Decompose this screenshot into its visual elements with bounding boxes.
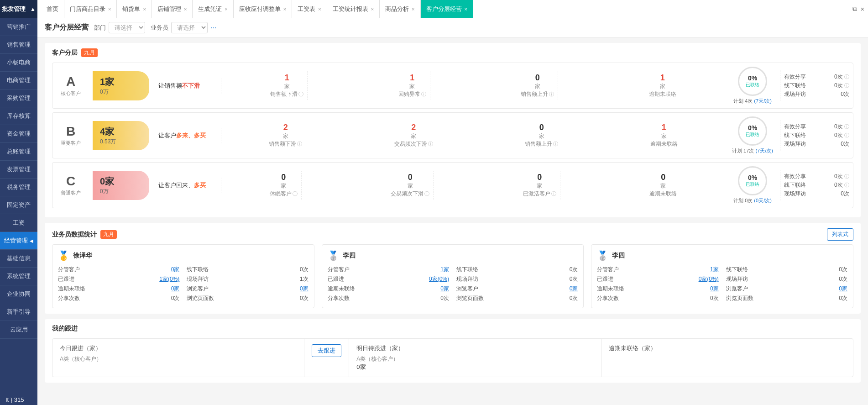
staff-stats-month: 九月: [100, 230, 117, 239]
customer-tier-month: 九月: [81, 48, 98, 57]
staff-stat-visit-1: 现场拜访 1次: [187, 275, 308, 283]
staff-label: 业务员: [151, 24, 168, 32]
sidebar-item-assets[interactable]: 固定资产: [0, 196, 37, 214]
today-followup-title: 今日跟进（家）: [60, 344, 297, 352]
sidebar-item-ecommerce-small[interactable]: 小畅电商: [0, 54, 37, 72]
staff-stat-pageview-1: 浏览页面数 0次: [187, 295, 308, 302]
staff-stat-overdue-1: 逾期未联络 0家: [58, 285, 179, 293]
tab-close-all-icon[interactable]: ×: [861, 5, 864, 13]
overdue-contact: 逾期未联络（家）: [601, 339, 853, 377]
sidebar-item-basic[interactable]: 基础信息: [0, 250, 37, 268]
stat-sales-up-b[interactable]: 0 家 销售额上升 ⓘ: [521, 121, 562, 150]
sidebar-item-sales[interactable]: 销售管理: [0, 36, 37, 54]
tab-sales-order[interactable]: 销货单 ×: [117, 0, 152, 18]
stat-frequency-decline-b[interactable]: 2 家 交易频次下滑 ⓘ: [391, 121, 437, 150]
staff-stats-3: 分管客户 1家 线下联络 0次 已跟进 0家(0%) 现场拜访: [597, 266, 847, 302]
sidebar-item-guide[interactable]: 新手引导: [0, 303, 37, 321]
medal-icon-1: 🥇: [58, 250, 69, 261]
dept-label: 部门: [94, 24, 106, 32]
tab-close-icon[interactable]: ×: [318, 6, 321, 12]
tab-product-analysis[interactable]: 商品分析 ×: [380, 0, 420, 18]
sidebar-header: 批发管理 ▲: [0, 0, 37, 18]
staff-stat-managed-3: 分管客户 1家: [597, 266, 718, 274]
tab-close-icon[interactable]: ×: [283, 6, 286, 12]
tab-close-icon[interactable]: ×: [412, 6, 414, 12]
tab-restore-icon[interactable]: ⧉: [852, 5, 857, 13]
stat-dormant-c[interactable]: 0 家 休眠客户 ⓘ: [266, 171, 302, 200]
tab-home[interactable]: 首页: [41, 0, 64, 18]
sidebar-item-finance[interactable]: 资金管理: [0, 125, 37, 143]
staff-grid: 🥇 徐泽华 分管客户 0家 线下联络 0次 已跟进: [52, 244, 853, 308]
stat-overdue-a[interactable]: 1 家 逾期未联络: [645, 71, 680, 100]
tab-close-icon[interactable]: ×: [371, 6, 374, 12]
tab-close-icon[interactable]: ×: [108, 6, 111, 12]
tab-close-icon[interactable]: ×: [184, 6, 187, 12]
sidebar-item-ecommerce[interactable]: 电商管理: [0, 72, 37, 89]
stat-sales-decline-b[interactable]: 2 家 销售额下滑 ⓘ: [265, 121, 306, 150]
sidebar-item-management[interactable]: 经营管理 ◀: [0, 232, 37, 250]
stat-overdue-b[interactable]: 1 家 逾期未联络: [647, 121, 681, 150]
tab-voucher[interactable]: 生成凭证 ×: [193, 0, 233, 18]
contact-circle-b: 0% 已联络: [738, 116, 767, 146]
sidebar-item-system[interactable]: 系统管理: [0, 268, 37, 285]
staff-stat-browse-3: 浏览客户 0家: [726, 285, 847, 293]
tab-payroll-table[interactable]: 工资表 ×: [292, 0, 327, 18]
tier-c-label: C 普通客户: [52, 168, 89, 202]
sidebar-item-payroll[interactable]: 工资: [0, 214, 37, 232]
sidebar-item-purchase[interactable]: 采购管理: [0, 89, 37, 107]
sidebar-item-ledger[interactable]: 总账管理: [0, 143, 37, 161]
staff-name-2: 李四: [343, 252, 356, 260]
stat-sales-decline-a[interactable]: 1 家 销售额下滑 ⓘ: [267, 71, 308, 100]
action-offline-a: 线下联络0次 ⓘ: [784, 82, 849, 89]
tab-store-mgmt[interactable]: 店铺管理 ×: [152, 0, 193, 18]
staff-stat-pageview-3: 浏览页面数 0次: [726, 295, 847, 302]
main-area: 首页 门店商品目录 × 销货单 × 店铺管理 × 生成凭证 × 应收应付调整单 …: [37, 0, 868, 405]
sidebar-item-marketing[interactable]: 营销推广: [0, 18, 37, 36]
stat-activated-c[interactable]: 0 家 已激活客户 ⓘ: [519, 171, 560, 200]
staff-stats-1: 分管客户 0家 线下联络 0次 已跟进 1家(0%) 现场拜访: [58, 266, 309, 302]
more-options-icon[interactable]: ···: [210, 24, 216, 32]
tier-c-contact: 0% 已联络 计划 0次 (0天/次): [725, 163, 780, 208]
medal-icon-2: 🥈: [328, 250, 339, 261]
tab-close-active-icon[interactable]: ×: [465, 6, 467, 12]
tier-row-c: C 普通客户 0家 0万 让客户回来、多买 0 家 休眠客户 ⓘ: [52, 162, 853, 208]
stat-overdue-c[interactable]: 0 家 逾期未联络: [646, 171, 680, 200]
staff-stat-followed-2: 已跟进 0家(0%): [328, 275, 449, 283]
go-followup-button[interactable]: 去跟进: [312, 344, 341, 357]
tab-ar-ap[interactable]: 应收应付调整单 ×: [234, 0, 292, 18]
tier-a-contact: 0% 已联络 计划 4次 (7天/次): [725, 63, 780, 108]
tab-close-icon[interactable]: ×: [225, 6, 227, 12]
tab-store-products[interactable]: 门店商品目录 ×: [64, 0, 117, 18]
tab-customer-tier[interactable]: 客户分层经营 ×: [421, 0, 473, 18]
stat-repurchase-a[interactable]: 1 家 回购异常 ⓘ: [395, 71, 430, 100]
tab-payroll-report[interactable]: 工资统计报表 ×: [327, 0, 380, 18]
page-title: 客户分层经营: [45, 23, 89, 32]
staff-stat-browse-2: 浏览客户 0家: [456, 285, 578, 293]
tier-b-count: 4家 0.53万: [89, 116, 153, 156]
staff-header-2: 🥈 李四: [328, 250, 578, 261]
staff-select[interactable]: 请选择: [171, 22, 208, 33]
tomorrow-followup-title: 明日待跟进（家）: [356, 344, 593, 352]
dept-select[interactable]: 请选择: [109, 22, 145, 33]
list-view-button[interactable]: 列表式: [827, 228, 853, 241]
action-share-a: 有效分享0次 ⓘ: [784, 73, 849, 81]
staff-stat-offline-2: 线下联络 0次: [456, 266, 578, 274]
tier-c-suggestion: 让客户回来、多买: [153, 178, 221, 193]
contact-circle-a: 0% 已联络: [738, 67, 767, 96]
tier-a-suggestion: 让销售额不下滑: [153, 78, 221, 94]
sidebar-item-collab[interactable]: 企业协同: [0, 285, 37, 303]
sidebar-item-invoice[interactable]: 发票管理: [0, 161, 37, 179]
staff-stat-offline-1: 线下联络 0次: [187, 266, 308, 274]
sidebar-item-cloud[interactable]: 云应用: [0, 321, 37, 339]
stat-sales-up-a[interactable]: 0 家 销售额上升 ⓘ: [517, 71, 558, 100]
staff-header-1: 🥇 徐泽华: [58, 250, 309, 261]
tier-a-stats: 1 家 销售额下滑 ⓘ 1 家 回购异常 ⓘ 0 家 销售额上升 ⓘ: [221, 68, 725, 104]
stat-frequency-decline-c[interactable]: 0 家 交易频次下滑 ⓘ: [387, 171, 434, 200]
sidebar-item-inventory[interactable]: 库存核算: [0, 107, 37, 125]
staff-stat-followed-3: 已跟进 0家(0%): [597, 275, 718, 283]
sidebar-item-tax[interactable]: 税务管理: [0, 179, 37, 196]
tier-c-actions: 有效分享0次 ⓘ 线下联络0次 ⓘ 现场拜访0次: [780, 170, 853, 200]
staff-stat-share-1: 分享次数 0次: [58, 295, 179, 302]
tab-close-icon[interactable]: ×: [143, 6, 146, 12]
sidebar-collapse-icon[interactable]: ▲: [30, 6, 36, 12]
